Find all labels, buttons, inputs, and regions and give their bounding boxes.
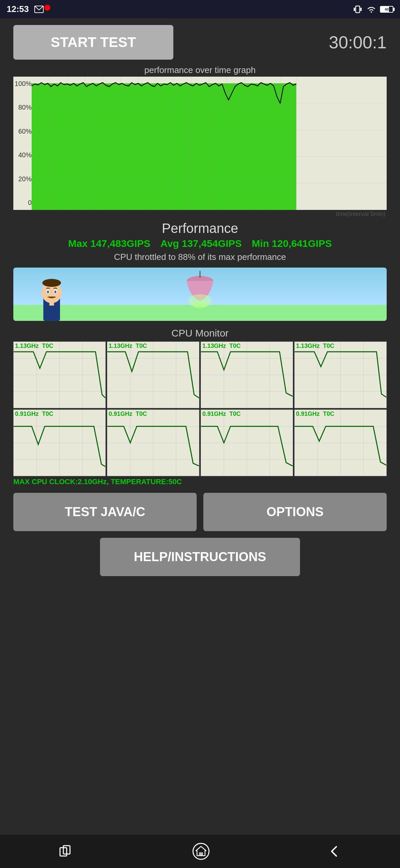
throttle-text: CPU throttled to 88% of its max performa… [13, 252, 387, 262]
cpu-temp-label: TEMPERATURE:50C [109, 477, 182, 486]
cpu-clock-label: MAX CPU CLOCK:2.10GHz, [13, 477, 109, 486]
svg-rect-5 [32, 83, 296, 210]
svg-point-31 [47, 290, 49, 293]
cpu-cell-label-6: 0.91GHz T0C [202, 410, 241, 417]
help-btn-row: HELP/INSTRUCTIONS [13, 538, 387, 576]
character-figure [33, 278, 70, 321]
test-javac-button[interactable]: TEST JAVA/C [13, 493, 197, 531]
cpu-cell-4: 0.91GHz T0C [13, 409, 106, 476]
main-content: START TEST 30:00:1 performance over time… [0, 18, 400, 589]
cpu-graph-5 [107, 410, 199, 476]
battery-icon: 40 [380, 6, 393, 13]
graph-container: performance over time graph 100% 80% 60%… [13, 65, 387, 218]
cpu-cell-label-3: 1.13GHz T0C [296, 343, 334, 349]
svg-rect-97 [199, 852, 203, 856]
avg-stat: Avg 137,454GIPS [160, 238, 242, 249]
y-label-60: 60% [13, 128, 33, 135]
home-icon [192, 842, 210, 860]
timer-display: 30:00:1 [329, 32, 387, 52]
y-label-20: 20% [13, 175, 33, 183]
cpu-cell-7: 0.91GHz T0C [294, 409, 387, 476]
max-stat: Max 147,483GIPS [68, 238, 151, 249]
start-test-button[interactable]: START TEST [13, 25, 173, 60]
battery-level: 40 [381, 7, 393, 11]
options-button[interactable]: OPTIONS [203, 493, 387, 531]
nav-bar [0, 835, 400, 868]
notification-dot [44, 5, 50, 11]
graph-x-label: time(interval 5min) [13, 211, 385, 218]
svg-point-4 [371, 11, 372, 13]
cpu-cell-2: 1.13GHz T0C [201, 342, 293, 408]
help-instructions-button[interactable]: HELP/INSTRUCTIONS [100, 538, 300, 576]
svg-point-36 [192, 300, 208, 308]
cpu-graph-6 [201, 410, 293, 476]
back-button[interactable] [327, 844, 342, 859]
cpu-cell-label-1: 1.13GHz T0C [109, 343, 147, 349]
min-stat: Min 120,641GIPS [252, 238, 332, 249]
svg-rect-1 [356, 6, 360, 13]
cpu-grid: 1.13GHz T0C 1.13GHz T0C [13, 342, 387, 476]
cpu-graph-1 [107, 342, 199, 408]
cpu-graph-0 [14, 342, 105, 408]
graph-y-labels: 100% 80% 60% 40% 20% 0 [13, 76, 33, 210]
cpu-graph-3 [295, 342, 386, 408]
cpu-cell-0: 1.13GHz T0C [13, 342, 106, 408]
y-label-0: 0 [13, 199, 33, 207]
svg-rect-6 [296, 76, 387, 210]
cpu-cell-label-5: 0.91GHz T0C [109, 410, 147, 417]
cpu-monitor-title: CPU Monitor [13, 328, 387, 339]
cpu-cell-1: 1.13GHz T0C [107, 342, 199, 408]
svg-point-28 [42, 279, 61, 287]
cpu-graph-4 [14, 410, 105, 476]
btn-row: TEST JAVA/C OPTIONS [13, 493, 387, 531]
cpu-cell-label-0: 1.13GHz T0C [15, 343, 53, 349]
home-button[interactable] [192, 842, 210, 860]
svg-point-32 [54, 290, 56, 293]
cpu-graph-7 [295, 410, 386, 476]
cpu-cell-3: 1.13GHz T0C [294, 342, 387, 408]
recent-apps-icon [58, 843, 75, 860]
graph-bars-area [32, 76, 387, 210]
cpu-footer: MAX CPU CLOCK:2.10GHz, TEMPERATURE:50C [13, 477, 387, 486]
svg-rect-33 [49, 302, 54, 306]
cpu-cell-5: 0.91GHz T0C [107, 409, 199, 476]
status-bar: 12:53 40 [0, 0, 400, 18]
recent-apps-button[interactable] [58, 843, 75, 860]
svg-point-96 [193, 843, 209, 859]
status-bar-right: 40 [353, 4, 393, 14]
time-display: 12:53 [7, 4, 29, 14]
performance-chart [32, 76, 387, 210]
graph-area: 100% 80% 60% 40% 20% 0 [13, 76, 387, 210]
y-label-40: 40% [13, 151, 33, 159]
graph-title: performance over time graph [13, 65, 387, 75]
perf-stats: Max 147,483GIPS Avg 137,454GIPS Min 120,… [13, 238, 387, 249]
wifi-icon [366, 5, 377, 13]
cpu-cell-label-2: 1.13GHz T0C [202, 343, 241, 349]
lamp-figure [180, 271, 220, 314]
performance-header: Performance [13, 221, 387, 236]
banner-image [13, 268, 387, 321]
cpu-graph-2 [201, 342, 293, 408]
vibrate-icon [353, 4, 363, 14]
top-row: START TEST 30:00:1 [13, 25, 387, 60]
y-label-80: 80% [13, 104, 33, 111]
svg-rect-3 [360, 8, 362, 11]
status-bar-left: 12:53 [7, 4, 50, 14]
y-label-100: 100% [13, 80, 33, 88]
svg-rect-2 [354, 8, 355, 11]
back-icon [327, 844, 342, 859]
mail-icon [34, 6, 44, 13]
cpu-cell-label-4: 0.91GHz T0C [15, 410, 53, 417]
cpu-cell-label-7: 0.91GHz T0C [296, 410, 334, 417]
cpu-cell-6: 0.91GHz T0C [201, 409, 293, 476]
